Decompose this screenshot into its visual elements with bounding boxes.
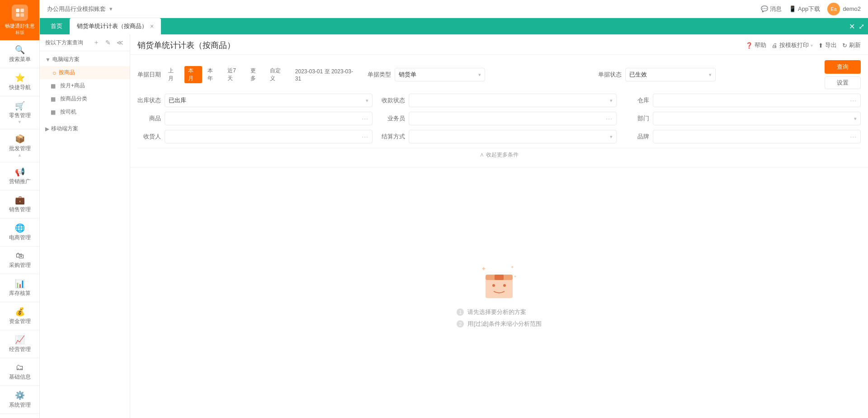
out-status-input[interactable]: 已出库 ▾ [165,94,373,107]
empty-icon: ✦ ✦ ✦ [476,257,522,303]
single-type-input[interactable]: 销货单 ▾ [395,68,485,81]
tab-close-icon[interactable]: × [150,23,154,29]
department-input[interactable]: ▾ [653,112,861,125]
sidebar-item-purchase[interactable]: 🛍 采购管理 [0,247,39,274]
date-tab-7days[interactable]: 近7天 [224,66,245,83]
scheme-label-month: 按月+商品 [60,82,85,90]
settings-button[interactable]: 设置 [825,76,861,89]
sidebar-label-quick-nav: 快捷导航 [9,84,31,91]
print-label: 按模板打印 [779,41,809,49]
tab-home[interactable]: 首页 [43,18,70,34]
tab-close-window[interactable]: ✕ [849,22,855,31]
wholesale-arrow: ▲ [18,152,22,157]
sidebar-item-retail[interactable]: 🛒 零售管理 ▼ [0,96,39,129]
date-tab-lastmonth[interactable]: 上月 [165,66,183,83]
page-title: 销货单统计计表（按商品） [137,40,235,51]
single-status-arrow: ▾ [709,72,712,78]
sidebar-label-basic: 基础信息 [9,373,31,381]
single-type-arrow: ▾ [478,72,481,78]
svg-rect-0 [16,9,19,12]
collapse-label: ∧ 收起更多条件 [480,151,518,159]
empty-svg: ✦ ✦ ✦ [476,257,522,303]
sidebar-item-basic[interactable]: 🗂 基础信息 [0,358,39,386]
message-link[interactable]: 💬 消息 [761,5,782,13]
sidebar-item-inventory[interactable]: 📊 库存核算 [0,274,39,302]
industry-name: 办公用品行业模拟账套 [47,5,106,13]
right-panel: 销货单统计计表（按商品） ❓ 帮助 🖨 按模板打印 ▾ ⬆ 导出 [130,34,868,418]
date-tab-thismonth[interactable]: 本月 [184,66,203,83]
sidebar-item-search[interactable]: 🔍 搜索菜单 [0,40,39,68]
user-info[interactable]: Ea demo2 [827,3,861,15]
sidebar-label-wholesale: 批发管理 [9,145,31,152]
filter-row-4: 收货人 ··· 结算方式 ▾ 品牌 [137,130,861,143]
sidebar-item-enterprise[interactable]: 🏢 企业协同 [0,414,39,418]
logo-icon [12,5,28,21]
sidebar-item-system[interactable]: ⚙️ 系统管理 [0,386,39,414]
desktop-scheme-header[interactable]: ▼ 电脑端方案 [40,53,130,66]
sidebar-item-ecommerce[interactable]: 🌐 电商管理 [0,218,39,247]
content-area: 按以下方案查询 ＋ ✎ ≪ ▼ 电脑端方案 ○ 按商品 ▦ [40,34,868,418]
left-panel-header: 按以下方案查询 ＋ ✎ ≪ [40,34,130,51]
date-tab-more[interactable]: 更多 [247,66,265,83]
sidebar-item-wholesale[interactable]: 📦 批发管理 ▲ [0,129,39,162]
scheme-by-month-product[interactable]: ▦ 按月+商品 [40,79,130,92]
search-icon: 🔍 [15,45,25,55]
salesperson-input[interactable]: ··· [409,112,617,125]
sidebar-item-finance[interactable]: 💰 资金管理 [0,302,39,330]
header-right: 💬 消息 📱 App下载 Ea demo2 [761,3,861,15]
help-icon: ❓ [745,42,753,49]
add-scheme-btn[interactable]: ＋ [92,38,101,47]
receiver-label: 收货人 [137,133,165,141]
sidebar-label-purchase: 采购管理 [9,261,31,269]
receiver-input[interactable]: ··· [165,130,373,143]
mobile-scheme-group: ▶ 移动端方案 [40,120,130,137]
warehouse-input[interactable]: ··· [653,94,861,107]
payment-input[interactable]: ▾ [409,130,617,143]
app-download-link[interactable]: 📱 App下载 [789,5,820,13]
page-actions: ❓ 帮助 🖨 按模板打印 ▾ ⬆ 导出 ↻ 刷新 [745,41,861,49]
svg-rect-6 [495,275,504,280]
app-logo[interactable]: 畅捷通好生意 标版 [0,0,40,40]
single-status-input[interactable]: 已生效 ▾ [625,68,716,81]
edit-scheme-btn[interactable]: ✎ [104,38,113,47]
sidebar-item-marketing[interactable]: 📢 营销推广 [0,162,39,190]
scheme-by-product[interactable]: ○ 按商品 [40,66,130,79]
collapse-bar[interactable]: ∧ 收起更多条件 [137,148,861,162]
sidebar-item-quick-nav[interactable]: ⭐ 快捷导航 [0,68,39,96]
tip-num-2: 2 [457,320,464,328]
export-label: 导出 [825,41,837,49]
help-link[interactable]: ❓ 帮助 [745,41,766,49]
retail-arrow: ▼ [18,119,22,124]
collect-status-input[interactable]: ▾ [409,94,617,107]
mobile-scheme-header[interactable]: ▶ 移动端方案 [40,122,130,135]
filter-single-type: 单据类型 销货单 ▾ [368,68,589,81]
export-link[interactable]: ⬆ 导出 [818,41,837,49]
filter-single-status: 单据状态 已生效 ▾ [598,68,819,81]
date-tab-custom[interactable]: 自定义 [266,66,290,83]
sidebar-item-sales[interactable]: 💼 销售管理 [0,190,39,218]
page-header: 销货单统计计表（按商品） ❓ 帮助 🖨 按模板打印 ▾ ⬆ 导出 [130,34,868,55]
scheme-by-driver[interactable]: ▦ 按司机 [40,105,130,119]
product-input[interactable]: ··· [165,112,373,125]
print-link[interactable]: 🖨 按模板打印 ▾ [772,41,813,49]
sidebar-label-ecommerce: 电商管理 [9,234,31,242]
brand-input[interactable]: ··· [653,130,861,143]
tab-maximize[interactable]: ⤢ [859,22,864,31]
purchase-icon: 🛍 [16,251,24,261]
collapse-panel-btn[interactable]: ≪ [115,38,124,47]
query-button[interactable]: 查询 [825,60,861,74]
tab-sales-report[interactable]: 销货单统计计表（按商品） × [70,18,161,34]
svg-point-7 [492,284,495,287]
date-tab-thisyear[interactable]: 本年 [204,66,222,83]
sidebar-item-operation[interactable]: 📈 经营管理 [0,330,39,358]
dropdown-arrow[interactable]: ▾ [109,5,113,12]
brand-label: 品牌 [626,133,653,141]
sidebar-label-retail: 零售管理 [9,112,31,119]
salesperson-dots: ··· [606,115,613,122]
system-icon: ⚙️ [15,390,25,400]
scheme-by-category[interactable]: ▦ 按商品分类 [40,92,130,105]
export-icon: ⬆ [818,42,823,49]
refresh-link[interactable]: ↻ 刷新 [842,41,861,49]
scheme-label-category: 按商品分类 [60,95,87,103]
scheme-icon-product: ○ [52,69,56,76]
